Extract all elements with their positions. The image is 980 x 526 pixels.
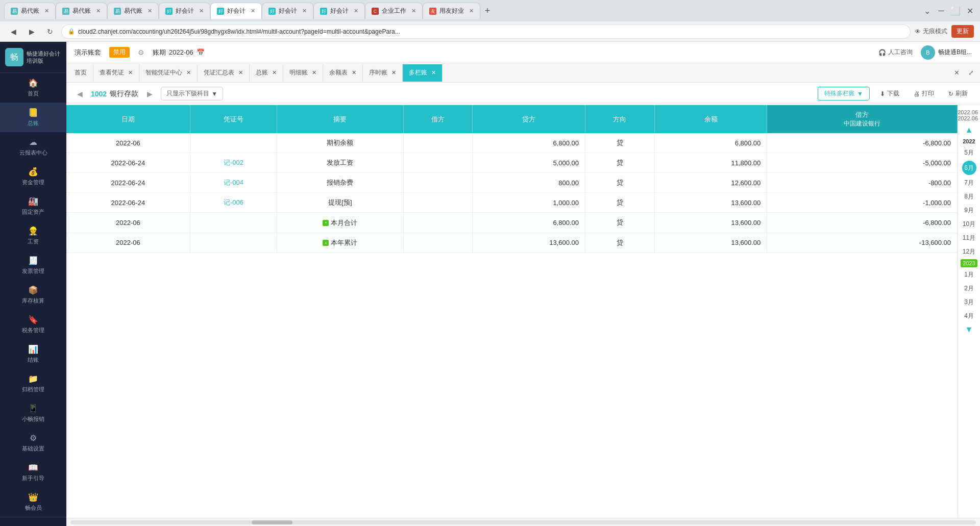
tab-close-voucher-summary[interactable]: ✕ — [238, 69, 243, 76]
browser-tab-5[interactable]: 好 好会计 ✕ — [210, 3, 262, 19]
close-window-button[interactable]: ✕ — [964, 5, 976, 17]
close-panel-button[interactable]: ✕ — [949, 66, 964, 80]
tab-multi-column[interactable]: 多栏账 ✕ — [403, 64, 443, 82]
prev-subject-button[interactable]: ◀ — [75, 89, 85, 99]
tab-close-8[interactable]: ✕ — [411, 8, 416, 14]
tab-close-9[interactable]: ✕ — [469, 8, 474, 14]
tab-list-button[interactable]: ⌄ — [921, 5, 933, 17]
tab-balance-table[interactable]: 余额表 ✕ — [323, 64, 363, 82]
cell-debit — [403, 233, 473, 253]
sidebar-item-archive[interactable]: 📁 归档管理 — [0, 369, 66, 398]
tab-close-1[interactable]: ✕ — [44, 8, 49, 14]
sidebar-item-ledger[interactable]: 📒 总账 — [0, 103, 66, 132]
special-multi-column-button[interactable]: 特殊多栏账 ▼ — [818, 87, 870, 101]
month-item-8[interactable]: 8月 — [960, 190, 978, 203]
minimize-button[interactable]: ─ — [935, 5, 947, 17]
browser-tab-9[interactable]: 友 用友好业 ✕ — [423, 3, 480, 19]
unpin-button[interactable]: ◀ 取消固定 — [0, 521, 66, 526]
month-item-7[interactable]: 7月 — [960, 177, 978, 189]
tab-detail-ledger[interactable]: 明细账 ✕ — [283, 64, 323, 82]
month-item-10[interactable]: 10月 — [960, 218, 978, 231]
month-item-6[interactable]: 6月 — [962, 161, 976, 175]
restore-button[interactable]: ⬜ — [949, 5, 962, 17]
reload-button[interactable]: ↻ — [43, 24, 57, 39]
forward-button[interactable]: ▶ — [24, 24, 39, 39]
expand-panel-button[interactable]: ⤢ — [964, 66, 978, 80]
user-profile[interactable]: B 畅捷通B组... — [921, 45, 972, 60]
month-item-3-2023[interactable]: 3月 — [960, 296, 978, 309]
dropdown-arrow-icon: ▼ — [857, 90, 863, 97]
month-item-4-2023[interactable]: 4月 — [960, 310, 978, 322]
tab-close-3[interactable]: ✕ — [148, 8, 152, 14]
sidebar-item-expense[interactable]: 📱 小畅报销 — [0, 398, 66, 428]
sidebar-item-home[interactable]: 🏠 首页 — [0, 73, 66, 103]
tab-home[interactable]: 首页 — [68, 64, 93, 82]
month-item-11[interactable]: 11月 — [960, 232, 978, 244]
tab-close-6[interactable]: ✕ — [302, 8, 307, 14]
period-calendar-icon[interactable]: 📅 — [197, 48, 205, 56]
subject-filter-dropdown[interactable]: 只显示下级科目 ▼ — [161, 87, 223, 101]
tab-view-voucher[interactable]: 查看凭证 ✕ — [93, 64, 139, 82]
tab-close-2[interactable]: ✕ — [96, 8, 101, 14]
tab-close-detail-ledger[interactable]: ✕ — [312, 69, 316, 76]
new-tab-button[interactable]: + — [480, 4, 495, 18]
cell-voucher-link[interactable]: 记-006 — [190, 193, 277, 213]
sidebar-item-member[interactable]: 👑 畅会员 — [0, 487, 66, 517]
tab-close-smart-voucher[interactable]: ✕ — [186, 69, 191, 76]
year-2023-badge[interactable]: 2023 — [961, 259, 977, 267]
sidebar-item-invoice[interactable]: 🧾 发票管理 — [0, 251, 66, 280]
browser-tab-6[interactable]: 好 好会计 ✕ — [262, 3, 313, 19]
settings-gear-icon[interactable]: ⚙ — [138, 48, 144, 57]
table-scroll-container[interactable]: 日期 凭证号 摘要 借方 贷方 方向 余额 借方 中国建设银行 — [66, 105, 958, 518]
month-item-2-2023[interactable]: 2月 — [960, 282, 978, 295]
month-item-1-2023[interactable]: 1月 — [960, 268, 978, 281]
sidebar-item-fund[interactable]: 💰 资金管理 — [0, 162, 66, 191]
update-button[interactable]: 更新 — [951, 25, 974, 38]
cell-voucher — [190, 233, 277, 253]
sidebar-item-inventory[interactable]: 📦 库存核算 — [0, 280, 66, 310]
demo-label: 演示账套 — [75, 48, 101, 57]
tab-chronological[interactable]: 序时账 ✕ — [363, 64, 403, 82]
tab-close-7[interactable]: ✕ — [354, 8, 358, 14]
tab-smart-voucher[interactable]: 智能凭证中心 ✕ — [139, 64, 198, 82]
sidebar-item-tax[interactable]: 🔖 税务管理 — [0, 310, 66, 339]
month-item-5[interactable]: 5月 — [960, 146, 978, 159]
tab-close-multi-column[interactable]: ✕ — [431, 69, 436, 76]
sidebar-item-fixed-assets[interactable]: 🏭 固定资产 — [0, 191, 66, 221]
month-item-12[interactable]: 12月 — [960, 245, 978, 258]
tab-general-ledger[interactable]: 总账 ✕ — [250, 64, 283, 82]
back-button[interactable]: ◀ — [6, 24, 20, 39]
browser-tab-8[interactable]: C 企业工作 ✕ — [365, 3, 423, 19]
incognito-mode-button[interactable]: 👁 无痕模式 — [915, 27, 947, 36]
next-subject-button[interactable]: ▶ — [144, 89, 155, 99]
tab-voucher-summary[interactable]: 凭证汇总表 ✕ — [198, 64, 250, 82]
sidebar-item-guide[interactable]: 📖 新手引导 — [0, 458, 66, 487]
browser-tab-7[interactable]: 好 好会计 ✕ — [313, 3, 365, 19]
sidebar-item-payroll[interactable]: 👷 工资 — [0, 221, 66, 251]
browser-tab-1[interactable]: 易 易代账 ✕ — [4, 3, 56, 19]
tab-close-chronological[interactable]: ✕ — [391, 69, 396, 76]
sidebar-item-cloud-report[interactable]: ☁ 云报表中心 — [0, 132, 66, 162]
month-item-9[interactable]: 9月 — [960, 204, 978, 217]
scroll-up-button[interactable]: ▲ — [963, 123, 975, 137]
sidebar-item-settings[interactable]: ⚙ 基础设置 — [0, 428, 66, 458]
tab-close-5[interactable]: ✕ — [251, 8, 255, 14]
tab-close-balance-table[interactable]: ✕ — [352, 69, 356, 76]
horizontal-scrollbar[interactable] — [66, 518, 980, 526]
sidebar-item-close-account[interactable]: 📊 结账 — [0, 339, 66, 369]
browser-tab-4[interactable]: 好 好会计 ✕ — [159, 3, 210, 19]
tab-close-general-ledger[interactable]: ✕ — [272, 69, 277, 76]
refresh-button[interactable]: ↻ 刷新 — [944, 87, 972, 100]
tab-close-view-voucher[interactable]: ✕ — [128, 69, 133, 76]
browser-tab-3[interactable]: 易 易代账 ✕ — [107, 3, 159, 19]
scroll-thumb[interactable] — [252, 520, 292, 524]
scroll-down-button[interactable]: ▼ — [963, 323, 975, 336]
cell-voucher-link[interactable]: 记-004 — [190, 173, 277, 193]
browser-tab-2[interactable]: 易 易代账 ✕ — [56, 3, 107, 19]
consult-button[interactable]: 🎧 人工咨询 — [878, 48, 913, 57]
address-bar[interactable]: 🔒 cloud2.chanjet.com/accounting/uh26t264… — [61, 24, 911, 39]
cell-voucher-link[interactable]: 记-002 — [190, 153, 277, 173]
download-button[interactable]: ⬇ 下载 — [876, 87, 903, 100]
tab-close-4[interactable]: ✕ — [199, 8, 204, 14]
print-button[interactable]: 🖨 打印 — [910, 87, 938, 100]
